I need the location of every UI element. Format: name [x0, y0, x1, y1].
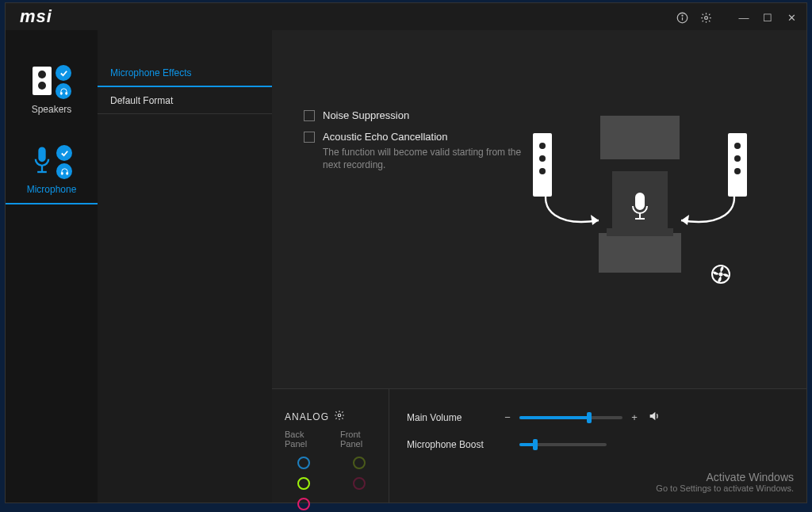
mic-boost-label: Microphone Boost — [407, 439, 502, 450]
headset-badge-icon — [56, 83, 71, 99]
noise-suppression-label: Noise Suppression — [323, 109, 409, 121]
front-port-2[interactable] — [353, 477, 366, 490]
front-panel-title: Front Panel — [340, 430, 379, 449]
sliders-panel: Main Volume − + Microphone Boost — [389, 389, 806, 502]
main-volume-label: Main Volume — [407, 412, 502, 423]
headset-badge-icon — [56, 163, 72, 179]
mic-boost-thumb[interactable] — [533, 439, 538, 450]
svg-point-36 — [338, 414, 341, 417]
svg-rect-7 — [60, 92, 62, 94]
svg-point-6 — [38, 82, 46, 90]
watermark-title: Activate Windows — [656, 471, 794, 483]
main-volume-increase[interactable]: + — [629, 411, 640, 423]
svg-rect-13 — [66, 172, 67, 174]
close-button[interactable]: ✕ — [779, 8, 803, 27]
svg-point-17 — [539, 155, 546, 162]
main-volume-decrease[interactable]: − — [502, 411, 513, 423]
device-sidebar: Speakers Microphone — [6, 30, 98, 502]
device-label: Microphone — [27, 184, 77, 195]
svg-rect-14 — [600, 116, 680, 159]
svg-point-21 — [734, 155, 741, 162]
echo-cancellation-label: Acoustic Echo Cancellation — [323, 131, 529, 143]
svg-point-5 — [38, 71, 46, 78]
minimize-button[interactable]: — — [732, 8, 756, 27]
back-panel-column: Back Panel — [285, 430, 323, 510]
back-port-blue[interactable] — [297, 457, 310, 469]
info-icon[interactable] — [670, 8, 694, 27]
speaker-icon — [32, 66, 52, 99]
check-badge-icon — [56, 145, 72, 161]
volume-icon[interactable] — [648, 410, 661, 425]
svg-rect-12 — [61, 172, 63, 174]
subnav: Microphone Effects Default Format — [98, 30, 272, 502]
front-port-1[interactable] — [353, 457, 366, 469]
front-panel-column: Front Panel — [340, 430, 379, 510]
window-controls: — ☐ ✕ — [670, 8, 803, 27]
svg-point-35 — [719, 273, 723, 277]
analog-gear-icon[interactable] — [334, 410, 345, 423]
maximize-button[interactable]: ☐ — [756, 8, 779, 27]
brand-logo: msi — [20, 6, 52, 27]
svg-point-22 — [734, 168, 741, 174]
footer-panel: ANALOG Back Panel Front Panel — [272, 388, 806, 502]
svg-marker-32 — [591, 215, 599, 225]
svg-point-2 — [682, 15, 683, 16]
svg-rect-25 — [607, 228, 673, 236]
svg-rect-8 — [65, 92, 67, 94]
back-port-pink[interactable] — [297, 498, 310, 510]
svg-rect-9 — [40, 147, 45, 160]
echo-cancellation-checkbox[interactable] — [304, 132, 315, 143]
device-label: Speakers — [32, 104, 72, 115]
tab-microphone-effects[interactable]: Microphone Effects — [98, 60, 272, 87]
app-window: msi — ☐ ✕ Speak — [5, 2, 807, 503]
svg-point-18 — [539, 168, 546, 174]
watermark-sub: Go to Settings to activate Windows. — [656, 483, 794, 493]
tab-default-format[interactable]: Default Format — [98, 87, 272, 114]
svg-point-20 — [734, 143, 741, 149]
titlebar: msi — ☐ ✕ — [6, 3, 806, 30]
sidebar-item-microphone[interactable]: Microphone — [6, 142, 98, 204]
svg-point-3 — [704, 16, 707, 19]
microphone-icon — [31, 146, 53, 179]
check-badge-icon — [56, 65, 71, 81]
echo-cancellation-note: The function will become valid starting … — [323, 146, 529, 171]
noise-suppression-row: Noise Suppression — [304, 109, 557, 121]
echo-cancellation-row: Acoustic Echo Cancellation The function … — [304, 131, 557, 171]
mic-boost-slider[interactable] — [519, 443, 607, 446]
echo-diagram — [521, 109, 759, 308]
noise-suppression-checkbox[interactable] — [304, 110, 315, 121]
svg-rect-24 — [599, 233, 681, 273]
analog-panel: ANALOG Back Panel Front Panel — [272, 389, 389, 502]
gear-icon[interactable] — [694, 8, 718, 27]
windows-watermark: Activate Windows Go to Settings to activ… — [656, 471, 794, 493]
back-panel-title: Back Panel — [285, 430, 323, 449]
main-volume-slider[interactable] — [519, 416, 622, 419]
svg-point-16 — [539, 143, 546, 149]
mic-boost-row: Microphone Boost — [407, 439, 791, 450]
fan-icon — [712, 266, 730, 283]
analog-heading: ANALOG — [285, 411, 329, 422]
back-port-green[interactable] — [297, 477, 310, 490]
effects-list: Noise Suppression Acoustic Echo Cancella… — [304, 109, 557, 181]
main-panel: Noise Suppression Acoustic Echo Cancella… — [272, 30, 806, 388]
svg-marker-33 — [681, 215, 689, 225]
sidebar-item-speakers[interactable]: Speakers — [6, 62, 98, 123]
main-volume-thumb[interactable] — [587, 412, 592, 423]
main-volume-row: Main Volume − + — [407, 410, 791, 425]
